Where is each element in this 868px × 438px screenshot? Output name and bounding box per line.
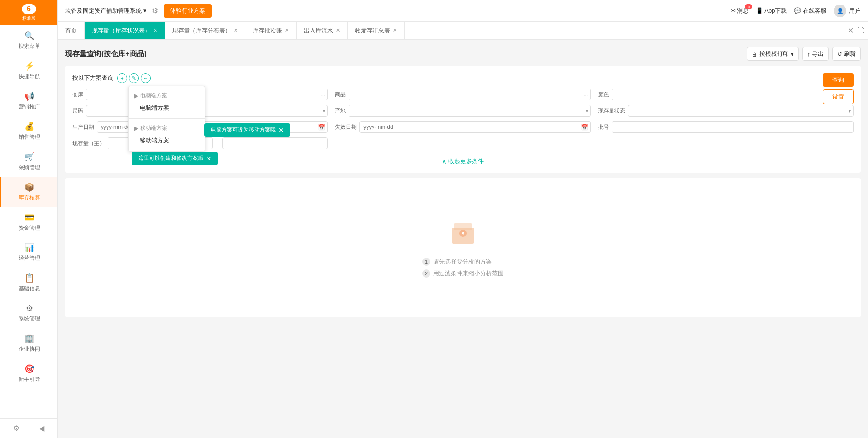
sidebar-item-system[interactable]: ⚙ 系统管理 xyxy=(0,298,57,328)
svg-rect-1 xyxy=(454,223,472,230)
sidebar-item-label: 快捷导航 xyxy=(19,73,40,80)
search-btn[interactable]: 查询 xyxy=(823,73,854,87)
sidebar: 6 标准版 🔍 搜索菜单 ⚡ 快捷导航 📢 营销推广 💰 销售管理 🛒 采购管理… xyxy=(0,0,58,438)
message-btn[interactable]: ✉ 6 消息 xyxy=(731,7,749,15)
origin-input[interactable] xyxy=(349,105,590,117)
trial-btn[interactable]: 体验行业方案 xyxy=(164,4,212,18)
main-content: 装备及固定资产辅助管理系统 ▾ ⚙ 体验行业方案 ✉ 6 消息 📱 App下载 … xyxy=(58,0,868,438)
sidebar-item-label: 基础信息 xyxy=(19,285,40,292)
tab-inventory-dist[interactable]: 现存量（库存分布表） ✕ xyxy=(165,22,245,39)
print-icon: 🖨 xyxy=(752,51,758,57)
tab-close-icon[interactable]: ✕ xyxy=(285,28,289,33)
tooltip-create-close[interactable]: ✕ xyxy=(206,155,212,162)
warehouse-input[interactable] xyxy=(86,89,328,100)
sidebar-item-sales[interactable]: 💰 销售管理 xyxy=(0,116,57,146)
top-header-left: 装备及固定资产辅助管理系统 ▾ ⚙ 体验行业方案 xyxy=(65,4,212,18)
tab-batch-account[interactable]: 库存批次账 ✕ xyxy=(245,22,297,39)
tab-inout-flow[interactable]: 出入库流水 ✕ xyxy=(297,22,348,39)
print-arrow: ▾ xyxy=(791,51,794,57)
tab-home[interactable]: 首页 xyxy=(58,22,85,39)
sidebar-item-guide[interactable]: 🎯 新手引导 xyxy=(0,358,57,389)
sidebar-item-inventory[interactable]: 📦 库存核算 xyxy=(0,177,57,207)
size-input[interactable] xyxy=(86,105,328,117)
system-selector[interactable]: 装备及固定资产辅助管理系统 ▾ xyxy=(65,7,146,15)
warehouse-select-wrapper: … xyxy=(86,89,328,100)
app-download-label: App下载 xyxy=(764,7,787,14)
mobile-section-label: 移动端方案 xyxy=(140,124,167,132)
avatar: 👤 xyxy=(834,5,846,17)
stock-range-separator: — xyxy=(215,140,221,147)
sidebar-logo: 6 标准版 xyxy=(0,0,57,25)
goods-input[interactable] xyxy=(349,89,590,100)
page-actions: 🖨 按模板打印 ▾ ↑ 导出 ↺ 刷新 xyxy=(747,47,861,61)
user-area[interactable]: 👤 用户 xyxy=(834,5,861,17)
refresh-btn[interactable]: ↺ 刷新 xyxy=(832,47,861,61)
scheme-mobile-title: ▶ 移动端方案 xyxy=(129,122,205,134)
sidebar-item-search[interactable]: 🔍 搜索菜单 xyxy=(0,25,57,56)
sidebar-settings-btn[interactable]: ⚙ xyxy=(13,424,19,433)
tab-receive-summary[interactable]: 收发存汇总表 ✕ xyxy=(348,22,405,39)
tab-close-icon[interactable]: ✕ xyxy=(234,28,238,33)
sidebar-item-quick-nav[interactable]: ⚡ 快捷导航 xyxy=(0,56,57,86)
empty-tip-1: 1 请先选择要分析的方案 xyxy=(422,258,504,266)
filter-actions: ＋ ✎ ← xyxy=(117,73,151,83)
filter-header: 按以下方案查询 ＋ ✎ ← xyxy=(72,73,854,83)
header-settings-icon[interactable]: ⚙ xyxy=(152,6,158,15)
scheme-pc-section: ▶ 电脑端方案 电脑端方案 xyxy=(129,86,205,118)
scheme-arrow-btn[interactable]: ← xyxy=(141,73,151,83)
settings-btn[interactable]: 设置 xyxy=(823,89,854,104)
tab-actions: ✕ ⛶ xyxy=(844,22,868,39)
sidebar-item-label: 搜索菜单 xyxy=(19,42,40,50)
finance-icon: 💳 xyxy=(24,212,34,222)
tab-fullscreen-icon[interactable]: ⛶ xyxy=(857,27,864,35)
tooltip-create: 这里可以创建和修改方案哦 ✕ xyxy=(132,152,218,165)
tooltip-pc: 电脑方案可设为移动方案哦 ✕ xyxy=(204,123,290,137)
enterprise-icon: 🏢 xyxy=(24,334,34,344)
sidebar-item-enterprise[interactable]: 🏢 企业协同 xyxy=(0,328,57,358)
stock-main-to-input[interactable] xyxy=(222,137,328,149)
scheme-pc-item[interactable]: 电脑端方案 xyxy=(129,101,205,115)
tab-label: 出入库流水 xyxy=(304,27,333,35)
sidebar-item-marketing[interactable]: 📢 营销推广 xyxy=(0,86,57,116)
filter-panel: 按以下方案查询 ＋ ✎ ← ▶ 电脑端方案 电脑端方案 xyxy=(65,66,861,173)
expire-date-input[interactable] xyxy=(359,121,590,133)
app-download-btn[interactable]: 📱 App下载 xyxy=(756,7,787,15)
batch-input[interactable] xyxy=(612,121,854,133)
sidebar-item-purchase[interactable]: 🛒 采购管理 xyxy=(0,146,57,177)
sales-icon: 💰 xyxy=(24,122,34,132)
scheme-mobile-item[interactable]: 移动端方案 xyxy=(129,134,205,147)
filter-item-expire-date: 失效日期 📅 xyxy=(335,121,590,133)
tab-close-icon[interactable]: ✕ xyxy=(153,28,157,33)
tab-close-icon[interactable]: ✕ xyxy=(393,28,397,33)
tooltip-pc-close[interactable]: ✕ xyxy=(278,127,284,134)
sidebar-item-basic[interactable]: 📋 基础信息 xyxy=(0,268,57,298)
export-btn[interactable]: ↑ 导出 xyxy=(802,47,829,61)
add-scheme-btn[interactable]: ＋ xyxy=(117,73,127,83)
sidebar-item-operations[interactable]: 📊 经营管理 xyxy=(0,237,57,268)
tab-close-all-icon[interactable]: ✕ xyxy=(848,26,854,35)
user-label: 用户 xyxy=(849,7,861,15)
tab-inventory-status[interactable]: 现存量（库存状况表） ✕ xyxy=(85,22,165,39)
search-icon: 🔍 xyxy=(24,31,34,41)
search-action-area: 查询 设置 xyxy=(816,66,861,111)
triangle-icon: ▶ xyxy=(134,93,138,99)
marketing-icon: 📢 xyxy=(24,91,34,101)
goods-select-wrapper: … xyxy=(349,89,590,100)
export-label: 导出 xyxy=(812,50,824,58)
scheme-mobile-section: ▶ 移动端方案 移动端方案 xyxy=(129,119,205,151)
tab-close-icon[interactable]: ✕ xyxy=(336,28,340,33)
sidebar-collapse-btn[interactable]: ◀ xyxy=(39,424,44,433)
logo-text: 标准版 xyxy=(22,15,36,22)
print-btn[interactable]: 🖨 按模板打印 ▾ xyxy=(747,47,799,61)
sidebar-item-finance[interactable]: 💳 资金管理 xyxy=(0,207,57,237)
online-support-btn[interactable]: 💬 在线客服 xyxy=(794,7,826,15)
sidebar-item-label: 销售管理 xyxy=(19,133,40,141)
edit-scheme-btn[interactable]: ✎ xyxy=(129,73,139,83)
logo-icon: 6 xyxy=(22,4,36,14)
guide-icon: 🎯 xyxy=(24,364,34,374)
export-icon: ↑ xyxy=(807,51,811,57)
system-icon: ⚙ xyxy=(26,303,33,313)
size-label: 尺码 xyxy=(72,107,83,115)
size-select-wrapper: ▾ xyxy=(86,105,328,117)
origin-label: 产地 xyxy=(335,107,346,115)
